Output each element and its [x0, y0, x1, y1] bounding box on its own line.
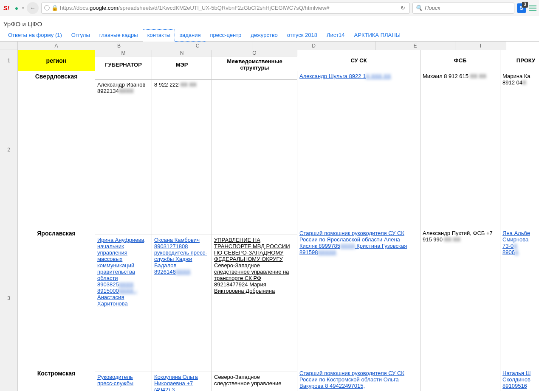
tab-press[interactable]: пресс-центр [206, 29, 246, 42]
header-interagency[interactable]: Межведомственные структуры [212, 56, 297, 73]
row-header-1[interactable]: 1 [0, 50, 18, 71]
cell-o-gap-2[interactable] [212, 71, 297, 80]
header-mayor[interactable]: МЭР [152, 56, 212, 73]
col-header-A[interactable]: A [18, 42, 95, 50]
data-row-4: Костромская Руководитель пресс-службы Ко… [0, 368, 539, 391]
cell-mayor-4[interactable]: Кокоулина Ольга Николаевна +7 (4942) 3 [152, 372, 212, 391]
header-region[interactable]: регион [18, 50, 95, 71]
info-icon[interactable]: ⓘ [44, 4, 50, 12]
cell-fsb-4[interactable] [420, 368, 500, 391]
cell-n-gap-3[interactable] [152, 228, 212, 235]
cell-governor-3[interactable]: Ирина Ануфриева, начальник управления ма… [95, 235, 152, 368]
menu-icon[interactable] [529, 6, 536, 11]
row-header-4[interactable] [0, 368, 18, 391]
cell-b-gap-3[interactable] [95, 228, 152, 235]
back-button[interactable]: ← [27, 2, 39, 14]
col-header-C[interactable]: C [143, 42, 252, 50]
cell-prokur-4[interactable]: Наталья Ш Сколдинов 89109516 [500, 368, 539, 391]
cell-mayor-2[interactable]: 8 922 222 XX XX [152, 80, 212, 228]
extension-badge[interactable]: S 3 [517, 3, 526, 13]
cell-interagency-3[interactable]: УПРАВЛЕНИЕ НА ТРАНСПОРТЕ МВД РОССИИ ПО С… [212, 235, 297, 368]
col-header-I[interactable]: I [455, 42, 506, 50]
reload-button[interactable]: ↻ [399, 5, 407, 11]
corner-cell[interactable] [0, 42, 18, 50]
url-bar[interactable]: ⓘ 🔒 https://docs.google.com/spreadsheets… [41, 3, 410, 14]
cell-interagency-4[interactable]: Северо-Западное следственное управление [212, 372, 297, 391]
tab-responses[interactable]: Ответы на форму (1) [3, 29, 67, 42]
row-header-2[interactable]: 2 [0, 71, 18, 228]
col-header-D[interactable]: D [252, 42, 375, 50]
cell-o-gap-4[interactable] [212, 368, 297, 372]
header-prokur[interactable]: ПРОКУ [500, 50, 539, 71]
cell-n-gap-2[interactable] [152, 71, 212, 80]
search-icon: 🔍 [415, 5, 422, 11]
app-icon-2: ● [13, 4, 20, 12]
header-fsb[interactable]: ФСБ [420, 50, 500, 71]
cell-governor-4[interactable]: Руководитель пресс-службы [95, 372, 152, 391]
data-row-2: 2 Свердловская Александр Иванов 8922134X… [0, 71, 539, 228]
browser-toolbar: S! ● ▾ ← ⓘ 🔒 https://docs.google.com/spr… [0, 0, 539, 16]
spreadsheet: A B C D E I 1 регион M N O ГУБЕРНАТОР МЭ… [0, 42, 539, 391]
cell-fsb-2[interactable]: Михаил 8 912 615 XX XX [420, 71, 500, 228]
lock-icon: 🔒 [51, 5, 58, 11]
cell-governor-2[interactable]: Александр Иванов 8922134XXXX [95, 80, 152, 228]
cell-susk-4[interactable]: Старший помощник руководителя СУ СК Росс… [297, 368, 420, 391]
cell-mayor-3[interactable]: Оксана Камбович 89031271808 руководитель… [152, 235, 212, 368]
cell-prokur-3[interactable]: Яна Альбе Смирнова 73-0X 8906X [500, 228, 539, 368]
tab-tasks[interactable]: задания [175, 29, 206, 42]
tab-arctic[interactable]: АРКТИКА ПЛАНЫ [350, 29, 406, 42]
extension-count: 3 [522, 2, 528, 8]
col-header-O[interactable]: O [212, 50, 297, 56]
cell-n-gap-4[interactable] [152, 368, 212, 372]
cell-o-gap-3[interactable] [212, 228, 297, 235]
doc-title: УрФО и ЦФО [0, 16, 539, 29]
col-header-E[interactable]: E [375, 42, 455, 50]
header-row: 1 регион M N O ГУБЕРНАТОР МЭР Межведомст… [0, 50, 539, 71]
search-bar[interactable]: 🔍 [412, 3, 514, 14]
cell-region-3[interactable]: Ярославская [18, 228, 95, 368]
col-header-M[interactable]: M [95, 50, 152, 56]
cell-susk-3[interactable]: Старший помощник руководителя СУ СК Росс… [297, 228, 420, 368]
app-icon-1: S! [3, 4, 10, 12]
cell-interagency-2[interactable] [212, 80, 297, 228]
col-header-B[interactable]: B [95, 42, 143, 50]
tab-vacation[interactable]: отпуск 2018 [282, 29, 322, 42]
tab-kadry[interactable]: главные кадры [95, 29, 143, 42]
header-governor[interactable]: ГУБЕРНАТОР [95, 56, 152, 73]
cell-susk-2[interactable]: Александр Шульга 8922 1X XXX XX [297, 71, 420, 228]
header-su-sk[interactable]: СУ СК [297, 50, 420, 71]
dropdown-icon[interactable]: ▾ [22, 6, 24, 10]
tab-contacts[interactable]: контакты [143, 29, 175, 42]
row-header-3[interactable]: 3 [0, 228, 18, 368]
tab-sheet14[interactable]: Лист14 [322, 29, 350, 42]
cell-b-gap-2[interactable] [95, 71, 152, 80]
cell-fsb-3[interactable]: Александр Пухтий, ФСБ +7 915 990 XX XX [420, 228, 500, 368]
sheet-tabs: Ответы на форму (1) Отгулы главные кадры… [0, 29, 539, 42]
url-text: https://docs.google.com/spreadsheets/d/1… [60, 5, 397, 11]
col-header-N[interactable]: N [152, 50, 212, 56]
cell-b-gap-4[interactable] [95, 368, 152, 372]
tab-duty[interactable]: дежурство [246, 29, 282, 42]
tab-otguly[interactable]: Отгулы [67, 29, 95, 42]
data-row-3: 3 Ярославская Ирина Ануфриева, начальник… [0, 228, 539, 368]
cell-region-2[interactable]: Свердловская [18, 71, 95, 228]
search-input[interactable] [425, 5, 511, 11]
cell-region-4[interactable]: Костромская [18, 368, 95, 391]
cell-prokur-2[interactable]: Марина Ка 8912 04X [500, 71, 539, 228]
